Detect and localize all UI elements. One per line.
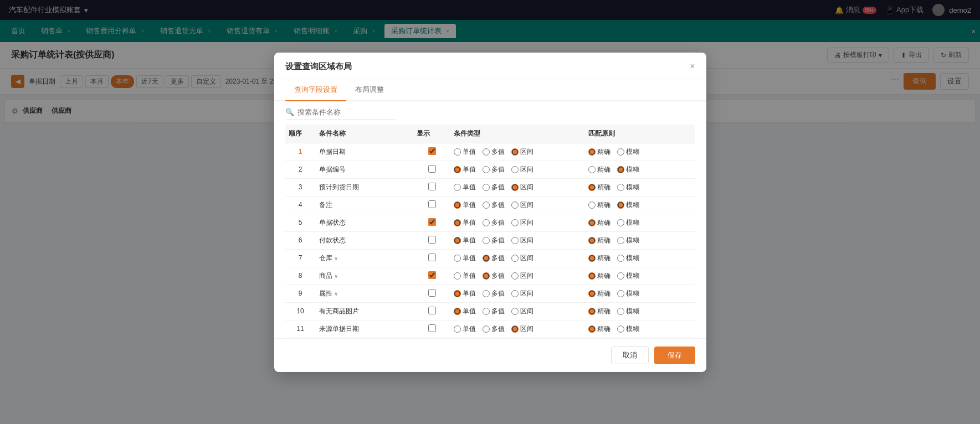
search-icon: 🔍 xyxy=(285,108,294,116)
dialog-tab-query-fields[interactable]: 查询字段设置 xyxy=(285,79,346,101)
settings-dialog: 设置查询区域布局 × 查询字段设置 布局调整 🔍 顺序 xyxy=(274,53,706,128)
dialog-tab-layout[interactable]: 布局调整 xyxy=(346,79,393,101)
dialog-title: 设置查询区域布局 xyxy=(285,61,352,72)
modal-overlay: 设置查询区域布局 × 查询字段设置 布局调整 🔍 顺序 xyxy=(0,0,980,128)
dialog-search-area: 🔍 xyxy=(274,101,706,125)
search-box: 🔍 xyxy=(285,108,396,120)
dialog-tabs: 查询字段设置 布局调整 xyxy=(274,79,706,101)
search-input[interactable] xyxy=(297,108,396,116)
settings-table-head: 顺序 条件名称 显示 条件类型 匹配原则 xyxy=(285,125,695,128)
settings-table: 顺序 条件名称 显示 条件类型 匹配原则 1单据日期单值多值区间精确模糊2单据编… xyxy=(274,125,706,128)
dialog-close-button[interactable]: × xyxy=(690,61,695,71)
col-header-type: 条件类型 xyxy=(450,125,585,128)
col-header-show: 显示 xyxy=(413,125,450,128)
col-header-match: 匹配原则 xyxy=(585,125,695,128)
dialog-tab-layout-label: 布局调整 xyxy=(355,85,384,94)
col-header-name: 条件名称 xyxy=(316,125,414,128)
dialog-tab-query-fields-label: 查询字段设置 xyxy=(294,85,337,94)
dialog-header: 设置查询区域布局 × xyxy=(274,53,706,79)
col-header-order: 顺序 xyxy=(285,125,316,128)
